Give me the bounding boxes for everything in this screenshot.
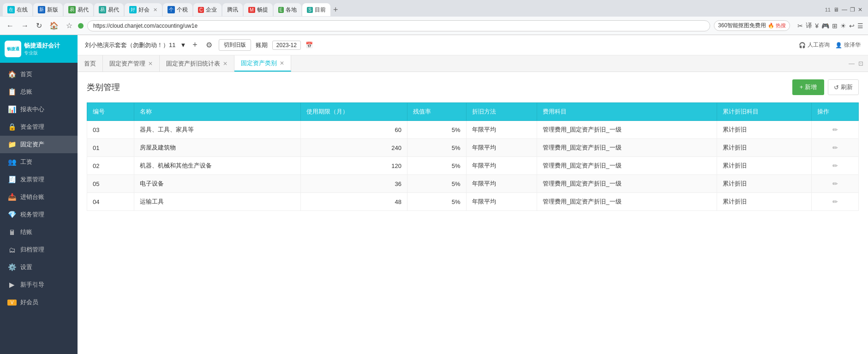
sun-icon[interactable]: ☀ bbox=[840, 22, 846, 30]
close-assets-mgmt-tab[interactable]: ✕ bbox=[148, 60, 153, 67]
cell-code[interactable]: 05 bbox=[87, 175, 134, 193]
grid-icon[interactable]: ⊞ bbox=[832, 22, 838, 30]
browser-tab-geshui[interactable]: 个 个税 bbox=[163, 3, 192, 16]
service-label: 人工咨询 bbox=[808, 41, 830, 49]
cell-code[interactable]: 01 bbox=[87, 139, 134, 157]
add-category-button[interactable]: + 新增 bbox=[792, 79, 824, 95]
page-tab-assets-mgmt-label: 固定资产管理 bbox=[109, 60, 145, 68]
edit-row-button[interactable]: ✏ bbox=[832, 126, 838, 133]
sidebar-item-tax[interactable]: 💎 税务管理 bbox=[0, 206, 78, 223]
new-tab-button[interactable]: + bbox=[331, 5, 340, 15]
sidebar-item-vip[interactable]: V 好会员 bbox=[0, 294, 78, 311]
customer-service[interactable]: 🎧 人工咨询 bbox=[799, 41, 830, 49]
browser-window-controls: 11 🖥 — ❐ ✕ bbox=[825, 6, 865, 13]
browser-tab-yidai1[interactable]: 易 易代 bbox=[64, 3, 93, 16]
url-input[interactable] bbox=[87, 20, 710, 31]
browser-tab-changtie[interactable]: M 畅提 bbox=[244, 3, 272, 16]
settings-header-button[interactable]: ⚙ bbox=[204, 40, 214, 50]
user-profile[interactable]: 👤 徐泽华 bbox=[835, 41, 861, 49]
browser-tab-yidai2[interactable]: 易 易代 bbox=[94, 3, 124, 16]
edit-row-button[interactable]: ✏ bbox=[832, 180, 838, 187]
edit-row-button[interactable]: ✏ bbox=[832, 144, 838, 151]
user-name: 徐泽华 bbox=[844, 41, 861, 49]
game-icon[interactable]: 🎮 bbox=[821, 22, 829, 30]
edit-row-button[interactable]: ✏ bbox=[832, 198, 838, 205]
sidebar-item-invoices[interactable]: 🧾 发票管理 bbox=[0, 171, 78, 188]
sidebar-item-settings[interactable]: ⚙️ 设置 bbox=[0, 258, 78, 276]
home-button[interactable]: 🏠 bbox=[48, 20, 60, 31]
dropdown-arrow[interactable]: ▼ bbox=[180, 42, 186, 48]
sidebar-label-purchase: 进销台账 bbox=[20, 193, 44, 201]
col-header-accum: 累计折旧科目 bbox=[717, 103, 811, 121]
sidebar-item-funds[interactable]: 🔒 资金管理 bbox=[0, 118, 78, 136]
home-icon: 🏠 bbox=[7, 70, 17, 78]
add-company-button[interactable]: + bbox=[191, 39, 199, 51]
col-header-rate: 残值率 bbox=[407, 103, 466, 121]
wallet-icon[interactable]: ¥ bbox=[815, 22, 819, 30]
close-haohui-tab[interactable]: ✕ bbox=[153, 7, 157, 13]
sidebar-item-checkout[interactable]: 🖩 结账 bbox=[0, 223, 78, 241]
page-tab-categories[interactable]: 固定资产类别 ✕ bbox=[234, 55, 291, 72]
sidebar-item-fixed-assets[interactable]: 📁 固定资产 bbox=[0, 136, 78, 153]
logo-subtitle: 专业版 bbox=[24, 50, 60, 56]
cell-rate: 5% bbox=[407, 139, 466, 157]
browser-tab-haohui[interactable]: 好 好会 ✕ bbox=[125, 3, 162, 16]
browser-tab-xinban[interactable]: 新 新版 bbox=[33, 3, 63, 16]
table-row: 02 机器、机械和其他生产设备 120 5% 年限平均 管理费用_固定资产折旧_… bbox=[87, 157, 859, 175]
cell-method: 年限平均 bbox=[466, 139, 537, 157]
browser-tab-mubiao[interactable]: S 目前 bbox=[302, 3, 330, 16]
cell-rate: 5% bbox=[407, 175, 466, 193]
sidebar-label-funds: 资金管理 bbox=[20, 123, 44, 131]
cell-code[interactable]: 03 bbox=[87, 121, 134, 139]
sidebar-item-general-ledger[interactable]: 📋 总账 bbox=[0, 83, 78, 101]
sidebar-nav: 🏠 首页 📋 总账 📊 报表中心 🔒 资金管理 📁 固定资产 👥 工资 bbox=[0, 63, 78, 354]
logo-text-block: 畅捷通好会计 专业版 bbox=[24, 42, 60, 56]
reload-button[interactable]: ↻ bbox=[34, 20, 44, 31]
edit-row-button[interactable]: ✏ bbox=[832, 162, 838, 169]
period-value[interactable]: 2023-12 bbox=[272, 41, 301, 50]
refresh-button[interactable]: ↺ 刷新 bbox=[828, 79, 859, 95]
sidebar-item-guide[interactable]: ▶ 新手引导 bbox=[0, 276, 78, 294]
content-area: 类别管理 + 新增 ↺ 刷新 编号 名称 bbox=[78, 72, 868, 354]
cell-actions: ✏ bbox=[812, 175, 859, 193]
user-avatar-icon: 👤 bbox=[835, 42, 842, 48]
back-button[interactable]: ← bbox=[5, 21, 16, 31]
cut-icon[interactable]: ✂ bbox=[797, 22, 803, 30]
bookmark-button[interactable]: ☆ bbox=[64, 20, 74, 31]
cell-method: 年限平均 bbox=[466, 157, 537, 175]
page-tab-depreciation-stats[interactable]: 固定资产折旧统计表 ✕ bbox=[160, 55, 234, 72]
switch-view-button[interactable]: 切到旧版 bbox=[219, 39, 251, 51]
page-tabs: 首页 固定资产管理 ✕ 固定资产折旧统计表 ✕ 固定资产类别 ✕ — ⊡ bbox=[78, 55, 868, 72]
search-bar[interactable]: 360智能抠图免费用 🔥 热搜 bbox=[714, 20, 790, 31]
minimize-page-icon[interactable]: — bbox=[849, 60, 855, 67]
browser-tab-tencent[interactable]: 腾讯 bbox=[222, 3, 243, 16]
cell-code[interactable]: 04 bbox=[87, 193, 134, 211]
main-content: 刘小艳演示套套（勿删勿动！）11 ▼ + ⚙ 切到旧版 账期 2023-12 📅… bbox=[78, 35, 868, 354]
invoice-icon: 🧾 bbox=[7, 175, 17, 184]
undo-icon[interactable]: ↩ bbox=[849, 22, 855, 30]
ledger-icon: 📋 bbox=[7, 88, 17, 96]
table-row: 03 器具、工具、家具等 60 5% 年限平均 管理费用_固定资产折旧_一级 累… bbox=[87, 121, 859, 139]
forward-button[interactable]: → bbox=[19, 21, 30, 31]
cell-expense: 管理费用_固定资产折旧_一级 bbox=[537, 139, 717, 157]
translate-icon[interactable]: 译 bbox=[806, 22, 812, 30]
close-categories-tab[interactable]: ✕ bbox=[280, 60, 284, 66]
cell-period: 48 bbox=[300, 193, 407, 211]
sidebar-item-purchase-sales[interactable]: 📥 进销台账 bbox=[0, 188, 78, 206]
browser-tab-qiye[interactable]: C 企业 bbox=[193, 3, 221, 16]
menu-icon[interactable]: ☰ bbox=[857, 22, 863, 30]
page-tab-home[interactable]: 首页 bbox=[78, 55, 103, 72]
close-depreciation-stats-tab[interactable]: ✕ bbox=[223, 60, 227, 67]
sidebar-item-archive[interactable]: 🗂 归档管理 bbox=[0, 241, 78, 258]
browser-tab-zaixin[interactable]: 在 在线 bbox=[3, 3, 32, 16]
hot-label: 🔥 热搜 bbox=[768, 22, 786, 29]
sidebar-item-reports[interactable]: 📊 报表中心 bbox=[0, 101, 78, 118]
page-tab-assets-mgmt[interactable]: 固定资产管理 ✕ bbox=[103, 55, 160, 72]
maximize-page-icon[interactable]: ⊡ bbox=[858, 60, 863, 67]
sidebar-item-home[interactable]: 🏠 首页 bbox=[0, 66, 78, 83]
calendar-icon[interactable]: 📅 bbox=[305, 42, 313, 48]
cell-code[interactable]: 02 bbox=[87, 157, 134, 175]
sidebar-item-salary[interactable]: 👥 工资 bbox=[0, 153, 78, 171]
app-container: 畅捷通 畅捷通好会计 专业版 🏠 首页 📋 总账 📊 报表中心 🔒 资金 bbox=[0, 35, 868, 354]
browser-tab-gedi[interactable]: E 各地 bbox=[274, 3, 302, 16]
